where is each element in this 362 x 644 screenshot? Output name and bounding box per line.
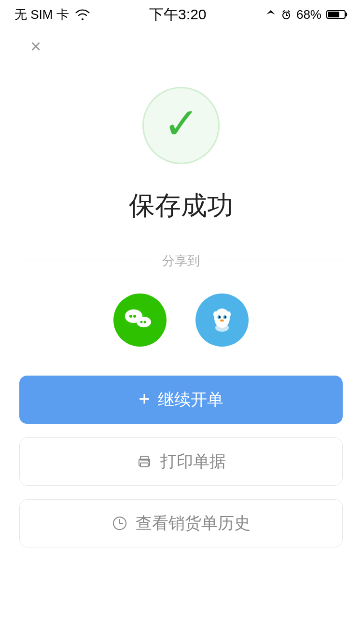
svg-point-21 [224,316,226,318]
qq-icon [207,305,237,336]
svg-point-12 [133,315,136,318]
action-buttons: + 继续开单 打印单据 查看销货单历史 [0,376,362,547]
wifi-icon [75,9,90,20]
plus-icon: + [139,388,150,410]
sim-label: 无 SIM 卡 [14,6,69,23]
battery-icon [326,9,348,20]
svg-rect-7 [328,12,339,17]
qq-share-button[interactable] [195,294,249,347]
svg-rect-6 [345,13,347,16]
svg-point-17 [215,324,229,332]
share-label: 分享到 [162,252,200,269]
battery-text: 68% [296,7,321,22]
checkmark-icon: ✓ [163,102,199,145]
success-circle: ✓ [142,87,220,164]
print-button[interactable]: 打印单据 [19,437,343,486]
svg-point-23 [213,311,217,317]
svg-point-11 [129,315,132,318]
status-time: 下午3:20 [149,5,206,25]
close-button[interactable]: × [24,35,47,58]
close-icon: × [30,37,41,56]
svg-point-24 [227,311,231,317]
share-icons [19,294,343,347]
svg-point-28 [148,460,150,462]
continue-button[interactable]: + 继续开单 [19,376,343,424]
wechat-icon [124,306,156,334]
svg-line-4 [288,11,290,12]
main-content: ✓ 保存成功 分享到 [0,29,362,547]
success-title: 保存成功 [129,188,233,224]
history-icon [111,515,128,532]
history-button[interactable]: 查看销货单历史 [19,499,343,547]
alarm-icon [281,9,292,20]
history-label: 查看销货单历史 [136,512,251,534]
share-divider: 分享到 [19,252,343,269]
svg-point-22 [220,320,224,322]
status-left: 无 SIM 卡 [14,6,90,23]
continue-label: 继续开单 [158,389,223,411]
svg-point-15 [144,321,146,323]
svg-rect-27 [140,463,148,467]
wechat-share-button[interactable] [113,294,167,347]
status-right: 68% [265,7,348,22]
status-bar: 无 SIM 卡 下午3:20 68% [0,0,362,29]
svg-point-14 [140,321,143,323]
location-icon [265,9,276,20]
svg-line-3 [283,11,284,12]
printer-icon [136,453,153,470]
svg-point-20 [219,316,221,318]
share-section: 分享到 [0,252,362,347]
print-label: 打印单据 [160,450,226,473]
